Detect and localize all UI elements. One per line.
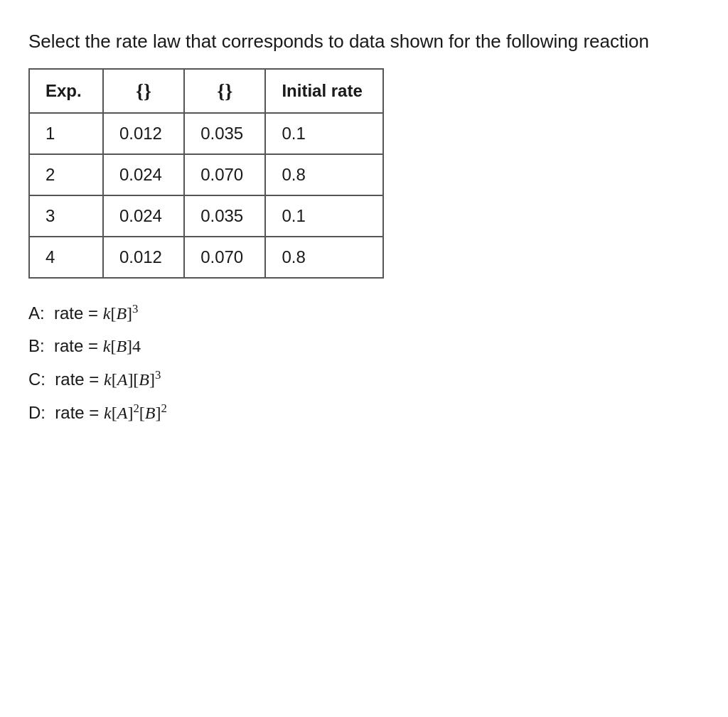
header-exp: Exp.: [29, 69, 103, 113]
cell-col4-3: 0.1: [265, 195, 383, 237]
table-row: 4 0.012 0.070 0.8: [29, 237, 383, 278]
data-table: Exp. {} {} Initial rate 1 0.012 0.035 0.…: [28, 68, 384, 279]
cell-col4-1: 0.1: [265, 113, 383, 154]
cell-col2-4: 0.012: [103, 237, 184, 278]
cell-exp-1: 1: [29, 113, 103, 154]
table-row: 2 0.024 0.070 0.8: [29, 154, 383, 195]
cell-col4-4: 0.8: [265, 237, 383, 278]
answer-d-label: D: rate =: [28, 403, 104, 422]
header-col2: {}: [103, 69, 184, 113]
cell-exp-3: 3: [29, 195, 103, 237]
answer-b-label: B: rate =: [28, 336, 103, 355]
answers-section: A: rate = k[B]3 B: rate = k[B]4 C: rate …: [28, 300, 700, 426]
cell-col4-2: 0.8: [265, 154, 383, 195]
header-col3: {}: [184, 69, 265, 113]
answer-b: B: rate = k[B]4: [28, 333, 700, 359]
answer-a-label: A: rate =: [28, 303, 103, 323]
cell-col3-1: 0.035: [184, 113, 265, 154]
cell-col3-2: 0.070: [184, 154, 265, 195]
header-initial-rate: Initial rate: [265, 69, 383, 113]
answer-c: C: rate = k[A][B]3: [28, 366, 700, 392]
answer-c-label: C: rate =: [28, 370, 104, 389]
cell-col2-3: 0.024: [103, 195, 184, 237]
answer-b-math: k[B]4: [103, 337, 141, 355]
cell-col2-1: 0.012: [103, 113, 184, 154]
question-text: Select the rate law that corresponds to …: [28, 28, 700, 55]
answer-a-math: k[B]3: [103, 304, 139, 323]
answer-a: A: rate = k[B]3: [28, 300, 700, 326]
cell-col3-4: 0.070: [184, 237, 265, 278]
cell-exp-4: 4: [29, 237, 103, 278]
cell-col2-2: 0.024: [103, 154, 184, 195]
cell-col3-3: 0.035: [184, 195, 265, 237]
table-row: 1 0.012 0.035 0.1: [29, 113, 383, 154]
answer-d: D: rate = k[A]2[B]2: [28, 399, 700, 426]
answer-c-math: k[A][B]3: [104, 370, 161, 389]
answer-d-math: k[A]2[B]2: [104, 404, 167, 422]
cell-exp-2: 2: [29, 154, 103, 195]
table-row: 3 0.024 0.035 0.1: [29, 195, 383, 237]
